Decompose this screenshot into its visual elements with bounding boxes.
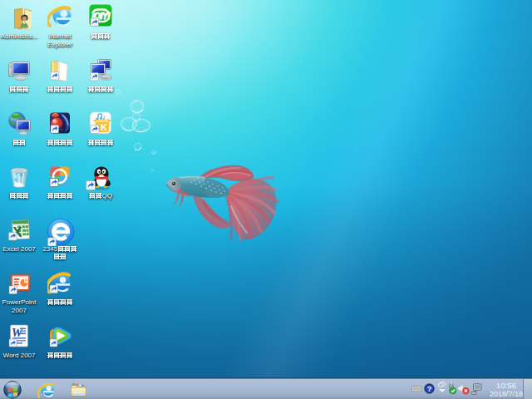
svg-text:W: W xyxy=(12,326,24,339)
svg-text:K: K xyxy=(101,122,107,132)
svg-text:?: ? xyxy=(427,385,432,393)
